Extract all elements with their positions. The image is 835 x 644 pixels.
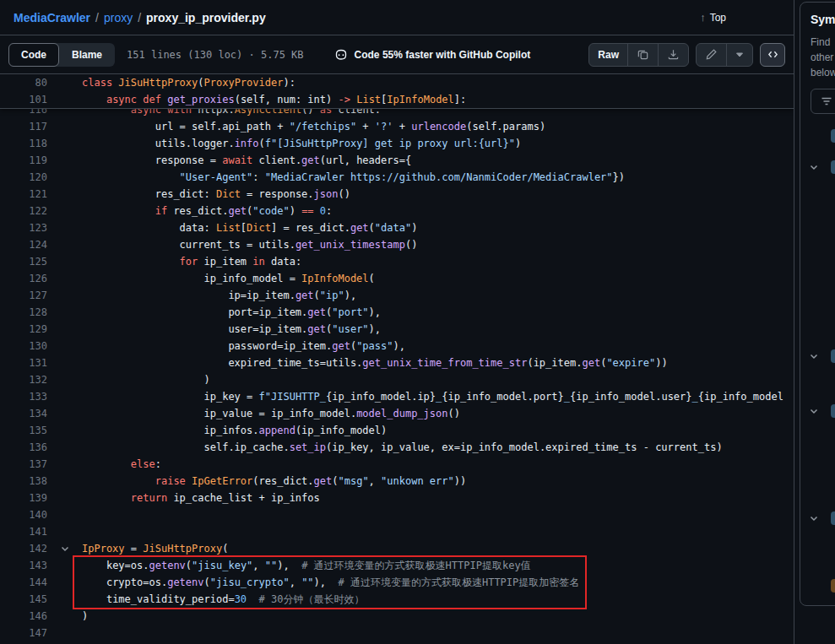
chevron-down-icon[interactable] [809,162,819,172]
line-number[interactable]: 128 [0,304,47,321]
line-number[interactable]: 117 [0,118,47,135]
code-text: raise IpGetError(res_dict.get("msg", "un… [82,473,466,490]
fold-gutter [47,439,82,456]
fold-gutter [47,506,82,523]
fold-gutter [47,236,82,253]
tab-blame[interactable]: Blame [59,43,115,67]
sticky-context-lines: 80class JiSuHttpProxy(ProxyProvider):101… [0,74,794,109]
fold-gutter [47,203,82,219]
fold-gutter [47,186,82,203]
code-line: 80class JiSuHttpProxy(ProxyProvider): [0,74,794,91]
line-number[interactable]: 144 [0,574,47,591]
fold-gutter [47,557,82,574]
line-number[interactable]: 136 [0,439,47,456]
chevron-down-icon[interactable] [809,406,819,416]
copy-button[interactable] [628,44,659,66]
line-number[interactable]: 134 [0,405,47,422]
line-number[interactable]: 80 [0,74,47,91]
symbols-description-line: below [811,65,835,80]
fold-gutter [47,135,82,152]
line-number[interactable]: 124 [0,236,47,253]
line-number[interactable]: 147 [0,625,47,641]
symbol-tree-item[interactable] [809,127,835,144]
line-number[interactable]: 130 [0,338,47,354]
symbol-kind-badge [831,160,835,174]
breadcrumb-dir-link[interactable]: proxy [104,11,133,24]
copilot-icon [334,48,348,62]
edit-button[interactable] [697,44,727,66]
code-line: 146) [0,608,794,625]
pencil-icon [705,48,718,61]
fold-chevron-icon[interactable] [47,540,82,557]
code-text: url = self.api_path + "/fetchips" + '?' … [82,118,545,135]
code-text: else: [82,456,161,473]
breadcrumb-repo-link[interactable]: MediaCrawler [14,11,90,24]
symbol-tree-item[interactable] [809,403,835,419]
download-icon [667,48,680,61]
code-text: if res_dict.get("code") == 0: [82,203,332,219]
line-number[interactable]: 123 [0,219,47,236]
fold-gutter [47,338,82,354]
code-text: IpProxy = JiSuHttpProxy( [82,540,228,557]
symbols-panel-toggle-button[interactable] [760,43,785,67]
code-line: 118 utils.logger.info(f"[JiSuHttpProxy] … [0,135,794,152]
download-button[interactable] [659,44,688,66]
fold-gutter [47,354,82,371]
line-number[interactable]: 127 [0,287,47,304]
top-label: Top [710,12,726,24]
line-number[interactable]: 132 [0,371,47,388]
copilot-banner: Code 55% faster with GitHub Copilot [334,48,531,62]
edit-dropdown-button[interactable] [727,44,752,66]
symbol-tree-item[interactable] [809,510,835,527]
code-line: 119 response = await client.get(url, hea… [0,152,794,169]
line-number[interactable]: 138 [0,473,47,490]
line-number[interactable]: 120 [0,169,47,186]
symbol-tree-item[interactable] [809,159,835,176]
line-number[interactable]: 126 [0,270,47,287]
tab-code[interactable]: Code [8,43,59,67]
code-text: time_validity_period=30 # 30分钟（最长时效） [82,591,364,608]
symbol-tree-item[interactable] [809,348,835,365]
line-number[interactable]: 119 [0,152,47,169]
line-number[interactable]: 101 [0,91,47,108]
line-number[interactable]: 121 [0,186,47,203]
code-lines: 116 async with httpx.AsyncClient() as cl… [0,101,794,641]
chevron-down-icon[interactable] [809,513,819,523]
code-text: ip_infos.append(ip_info_model) [82,422,387,439]
symbol-tree-item[interactable] [809,577,835,594]
breadcrumb-separator: / [95,11,99,24]
line-number[interactable]: 143 [0,557,47,574]
code-blame-switch: Code Blame [8,43,115,67]
line-number[interactable]: 118 [0,135,47,152]
line-number[interactable]: 145 [0,591,47,608]
copy-icon [637,48,649,61]
line-number[interactable]: 146 [0,608,47,625]
raw-button[interactable]: Raw [589,44,628,66]
breadcrumb: MediaCrawler / proxy / proxy_ip_provider… [0,0,794,35]
line-number[interactable]: 133 [0,388,47,405]
line-number[interactable]: 141 [0,523,47,540]
code-line: 132 ) [0,371,794,388]
chevron-down-icon[interactable] [809,351,819,361]
line-number[interactable]: 131 [0,354,47,371]
code-text: ip_key = f"JISUHTTP_{ip_info_model.ip}_{… [82,388,783,405]
file-info-text: 151 lines (130 loc) · 5.75 KB [127,49,304,61]
fold-gutter [47,74,82,91]
file-view-main: MediaCrawler / proxy / proxy_ip_provider… [0,0,794,644]
line-number[interactable]: 139 [0,490,47,506]
line-number[interactable]: 142 [0,540,47,557]
filter-icon [820,95,833,108]
code-line: 137 else: [0,456,794,473]
line-number[interactable]: 129 [0,321,47,338]
line-number[interactable]: 135 [0,422,47,439]
code-text: expired_time_ts=utils.get_unix_time_from… [82,354,668,371]
line-number[interactable]: 122 [0,203,47,219]
back-to-top-link[interactable]: ↑ Top [700,11,726,24]
symbols-panel-title: Symbols [811,13,835,26]
line-number[interactable]: 137 [0,456,47,473]
line-number[interactable]: 125 [0,253,47,270]
line-number[interactable]: 140 [0,506,47,523]
code-text: "User-Agent": "MediaCrawler https://gith… [82,169,625,186]
symbols-filter-button[interactable] [811,89,835,114]
code-text: response = await client.get(url, headers… [82,152,411,169]
